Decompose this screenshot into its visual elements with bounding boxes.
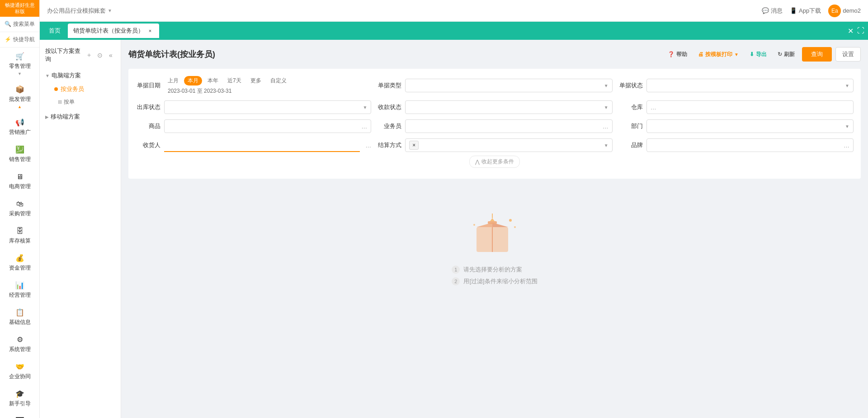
main-area: 办公用品行业模拟账套 ▼ 💬 消息 📱 App下载 Ea demo2 首页 [40, 0, 868, 418]
sidebar: 畅捷通好生意 标版 🔍 搜索菜单 ⚡ 快捷导航 🛒 零售管理 ▼ 📦 批发管理 … [0, 0, 40, 418]
query-button[interactable]: 查询 [802, 47, 832, 62]
logo-text: 畅捷通好生意 [5, 2, 35, 8]
system-icon: ⚙ [15, 335, 24, 344]
print-dropdown-icon: ▼ [734, 52, 739, 57]
dept-select[interactable]: ▼ [646, 119, 854, 133]
type-select[interactable]: ▼ [405, 79, 612, 92]
tab-actions: ✕ ⛶ [848, 27, 864, 35]
tab-close-icon[interactable]: ✕ [848, 27, 854, 35]
date-tab-this-year[interactable]: 本年 [204, 76, 222, 86]
goods-select[interactable]: … [164, 119, 371, 133]
sales-tab-label: 销货单统计表（按业务员） [73, 27, 144, 35]
sidebar-item-wholesale[interactable]: 📦 批发管理 ▲ [0, 81, 39, 114]
status-select[interactable]: ▼ [646, 79, 854, 92]
sidebar-item-inventory[interactable]: 🗄 库存核算 [0, 222, 39, 249]
payment-select[interactable]: ▼ [405, 100, 612, 114]
scheme-add-btn[interactable]: ＋ [85, 51, 94, 60]
sidebar-item-newbie[interactable]: 🎓 新手引导 [0, 385, 39, 412]
date-tab-this-month[interactable]: 本月 [184, 76, 202, 86]
sidebar-quick-nav[interactable]: ⚡ 快捷导航 [0, 32, 39, 48]
date-tab-more[interactable]: 更多 [247, 76, 265, 86]
scheme-item-order[interactable]: ⊞ 按单 [40, 96, 121, 108]
tip-num-1: 1 [452, 266, 460, 274]
top-header: 办公用品行业模拟账套 ▼ 💬 消息 📱 App下载 Ea demo2 [40, 0, 868, 22]
sidebar-search[interactable]: 🔍 搜索菜单 [0, 17, 39, 32]
sidebar-item-finance[interactable]: 💰 资金管理 [0, 249, 39, 276]
tab-sales-stat[interactable]: 销货单统计表（按业务员） × [68, 24, 159, 38]
message-icon: 💬 [762, 7, 769, 14]
scheme-header-label: 按以下方案查询 [45, 47, 85, 63]
purchase-icon: 🛍 [15, 200, 24, 209]
filter-brand: 品牌 … [618, 138, 854, 152]
sidebar-item-sales[interactable]: 💹 销售管理 [0, 141, 39, 168]
date-tab-7days[interactable]: 近7天 [224, 76, 245, 86]
out-status-select[interactable]: ▼ [164, 100, 371, 114]
app-download-btn[interactable]: 📱 App下载 [790, 7, 821, 15]
scheme-group-mobile-header[interactable]: ▶ 移动端方案 [40, 110, 121, 124]
date-tab-last-month[interactable]: 上月 [164, 76, 182, 86]
type-chevron: ▼ [604, 83, 609, 88]
settle-select[interactable]: × ▼ [405, 138, 612, 152]
filter-date: 单据日期 上月 本月 本年 近7天 更多 自定义 2023-03-01 至 20… [136, 76, 371, 95]
refresh-btn[interactable]: ↻ 刷新 [774, 47, 798, 62]
user-profile[interactable]: Ea demo2 [828, 5, 861, 17]
scheme-collapse-btn[interactable]: « [106, 51, 115, 60]
scheme-group-pc-header[interactable]: ▼ 电脑端方案 [40, 69, 121, 82]
date-tab-custom[interactable]: 自定义 [267, 76, 290, 86]
sidebar-item-operation[interactable]: 📊 经营管理 [0, 276, 39, 304]
sidebar-item-purchase[interactable]: 🛍 采购管理 [0, 195, 39, 222]
chevron-icon: ▼ [18, 71, 22, 76]
tab-bar: 首页 销货单统计表（按业务员） × ✕ ⛶ [40, 22, 868, 40]
scheme-item-salesman[interactable]: 按业务员 [40, 82, 121, 96]
tip-text-1: 请先选择要分析的方案 [463, 266, 522, 274]
sidebar-item-retail[interactable]: 🛒 零售管理 ▼ [0, 48, 39, 81]
warehouse-select[interactable]: … [646, 100, 854, 114]
receiver-input[interactable] [164, 138, 360, 152]
sidebar-item-basic[interactable]: 📋 基础信息 [0, 304, 39, 331]
collapse-btn[interactable]: ⋀ 收起更多条件 [469, 156, 520, 168]
export-label: 导出 [756, 51, 767, 58]
newbie-icon: 🎓 [15, 390, 24, 399]
setting-button[interactable]: 设置 [835, 47, 861, 62]
sidebar-item-ecommerce[interactable]: 🖥 电商管理 [0, 168, 39, 195]
out-status-label: 出库状态 [136, 103, 160, 111]
help-label: 帮助 [676, 51, 687, 58]
payment-chevron: ▼ [604, 105, 609, 110]
svg-point-3 [509, 219, 512, 222]
sidebar-item-system[interactable]: ⚙ 系统管理 [0, 331, 39, 358]
export-btn[interactable]: ⬇ 导出 [746, 47, 770, 62]
tab-expand-icon[interactable]: ⛶ [857, 27, 864, 35]
date-range: 2023-03-01 至 2023-03-31 [168, 87, 371, 95]
active-dot [54, 87, 58, 91]
operation-icon: 📊 [15, 281, 24, 290]
sidebar-item-enterprise[interactable]: 🤝 企业协同 [0, 358, 39, 385]
scheme-order-label: 按单 [64, 98, 75, 106]
refresh-label: 刷新 [784, 51, 795, 58]
sidebar-item-apps[interactable]: 🔲 应用中心 [0, 412, 39, 418]
print-btn[interactable]: 🖨 按模板打印 ▼ [694, 47, 742, 62]
collapse-label: 收起更多条件 [481, 158, 514, 166]
sidebar-item-marketing[interactable]: 📢 营销推广 [0, 114, 39, 141]
scheme-settings-btn[interactable]: ⊙ [95, 51, 104, 60]
tab-home[interactable]: 首页 [43, 24, 66, 38]
date-label: 单据日期 [136, 81, 160, 90]
filter-receiver: 收货人 … [136, 138, 371, 152]
tab-close-btn[interactable]: × [146, 27, 154, 34]
inventory-icon: 🗄 [15, 227, 24, 236]
salesman-select[interactable]: … [405, 119, 612, 133]
chevron-up-icon: ▲ [18, 104, 22, 109]
brand-select[interactable]: … [646, 138, 854, 152]
apps-icon: 🔲 [15, 417, 24, 418]
action-bar: 查询 设置 [802, 47, 861, 62]
message-label: 消息 [771, 7, 783, 15]
account-dropdown[interactable]: 办公用品行业模拟账套 ▼ [47, 7, 112, 15]
filter-row-1: 单据日期 上月 本月 本年 近7天 更多 自定义 2023-03-01 至 20… [136, 76, 854, 95]
basic-icon: 📋 [15, 308, 24, 317]
brand-label: 品牌 [618, 141, 643, 149]
help-btn[interactable]: ❓ 帮助 [664, 47, 691, 62]
status-chevron: ▼ [845, 83, 849, 88]
page-title: 销货单统计表(按业务员) [128, 49, 215, 60]
wholesale-icon: 📦 [15, 85, 24, 94]
salesman-label: 业务员 [377, 122, 401, 130]
message-btn[interactable]: 💬 消息 [762, 7, 783, 15]
